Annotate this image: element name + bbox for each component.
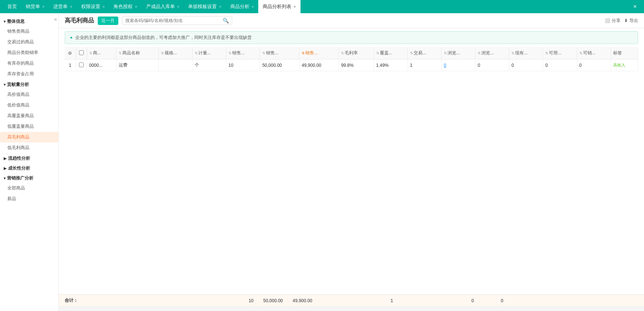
sidebar-item-category-sales-rate[interactable]: 商品分类助销率 xyxy=(0,47,58,58)
row-browse2: 0 xyxy=(475,59,509,71)
sidebar-item-sales-goods[interactable]: 销售类商品 xyxy=(0,26,58,37)
row-tag: 高收入 xyxy=(611,59,638,71)
horizontal-scrollbar[interactable] xyxy=(59,307,644,311)
sidebar-collapse-button[interactable]: « xyxy=(54,16,57,22)
col-unit: ⇅计量... xyxy=(192,47,226,59)
share-button[interactable]: ⬜ 分享 xyxy=(605,18,620,24)
row-checkbox[interactable] xyxy=(79,62,84,67)
col-gross-rate: ⇅毛利率 xyxy=(339,47,374,59)
col-coverage: ⇅覆盖... xyxy=(374,47,407,59)
sidebar-item-traded-goods[interactable]: 交易过的商品 xyxy=(0,37,58,47)
total-current-stock: 0 xyxy=(447,298,476,303)
col-code: ⇅商... xyxy=(87,47,116,59)
col-sales-qty: ⇅销售... xyxy=(226,47,260,59)
total-sales-amount: 50,000.00 xyxy=(256,298,285,303)
sort-icon: ⇅ xyxy=(302,51,305,55)
sort-icon: ⇅ xyxy=(195,51,198,55)
row-checkbox-cell xyxy=(76,59,87,71)
col-sellable-stock: ⇅可销... xyxy=(577,47,611,59)
sidebar-group-overall[interactable]: ▾ 整体信息 xyxy=(0,16,58,26)
sort-icon: ⇅ xyxy=(444,51,447,55)
sidebar-group-contribution[interactable]: ▾ 贡献量分析 xyxy=(0,79,58,89)
row-current-stock: 0 xyxy=(509,59,543,71)
row-gross-rate: 99.8% xyxy=(339,59,374,71)
close-icon[interactable]: × xyxy=(252,4,254,9)
sort-icon: ⇅ xyxy=(89,51,92,55)
col-name: ⇅商品名称 xyxy=(116,47,158,59)
export-button[interactable]: ⬇ 导出 xyxy=(624,18,638,24)
nav-role-auth[interactable]: 角色授权 × xyxy=(109,0,141,13)
row-code: 0000... xyxy=(87,59,116,71)
chevron-right-icon: ▶ xyxy=(4,166,7,170)
sidebar-item-in-stock-goods[interactable]: 有库存的商品 xyxy=(0,58,58,69)
row-sales-qty: 10 xyxy=(226,59,260,71)
chevron-down-icon: ▾ xyxy=(4,83,6,87)
total-label: 合计： xyxy=(65,297,109,304)
close-icon[interactable]: × xyxy=(294,4,296,9)
window-close-button[interactable]: × xyxy=(629,3,641,10)
col-tag: 标签 xyxy=(611,47,638,59)
data-table: ⚙ ⇅商... ⇅商品名称 ⇅规格... ⇅计量... ⇅销售... ⇅销售..… xyxy=(65,47,638,71)
col-browse1: ⇅浏览... xyxy=(442,47,475,59)
col-spec: ⇅规格... xyxy=(158,47,192,59)
table-container: ⚙ ⇅商... ⇅商品名称 ⇅规格... ⇅计量... ⇅销售... ⇅销售..… xyxy=(59,47,644,294)
sidebar-item-stock-capital[interactable]: 库存资金占用 xyxy=(0,69,58,79)
nav-sales-order[interactable]: 销货单 × xyxy=(21,0,49,13)
col-transactions: ⇅交易... xyxy=(407,47,441,59)
nav-home[interactable]: 首页 xyxy=(3,0,21,13)
sidebar-item-all-goods[interactable]: 全部商品 xyxy=(0,183,58,194)
sidebar-item-low-coverage[interactable]: 低覆盖量商品 xyxy=(0,121,58,132)
col-sales-amount: ⇅销售... xyxy=(260,47,299,59)
sidebar-item-low-value[interactable]: 低价值商品 xyxy=(0,100,58,111)
sidebar-item-new-goods[interactable]: 新品 xyxy=(0,194,58,204)
period-button[interactable]: 近一月 xyxy=(98,17,118,25)
close-icon[interactable]: × xyxy=(70,4,72,9)
col-settings[interactable]: ⚙ xyxy=(65,47,76,59)
nav-purchase-order[interactable]: 进货单 × xyxy=(49,0,76,13)
close-icon[interactable]: × xyxy=(219,4,221,9)
top-nav: 首页 销货单 × 进货单 × 权限设置 × 角色授权 × 产成品入库单 × 单据… xyxy=(0,0,644,13)
header-actions: ⬜ 分享 ⬇ 导出 xyxy=(605,18,638,24)
sort-icon: ⇅ xyxy=(229,51,231,55)
sidebar-item-high-coverage[interactable]: 高覆盖量商品 xyxy=(0,111,58,121)
sort-icon: ⇅ xyxy=(545,51,548,55)
table-row: 1 0000... 运费 个 10 50,000.00 49,900.00 99… xyxy=(65,59,638,71)
sort-icon: ⇅ xyxy=(579,51,582,55)
sort-icon: ⇅ xyxy=(511,51,514,55)
info-banner: ✦ 企业的主要的利润都是这部分商品创造的，可考虑加大推广，同时关注库存是不要出现… xyxy=(65,31,638,44)
sort-icon: ⇅ xyxy=(376,51,379,55)
row-sellable-stock: 0 xyxy=(577,59,611,71)
search-box: 🔍 xyxy=(122,16,232,25)
sidebar-group-growth[interactable]: ▶ 成长性分析 xyxy=(0,163,58,173)
close-icon[interactable]: × xyxy=(177,4,179,9)
chevron-right-icon: ▶ xyxy=(4,156,7,160)
nav-product-warehouse[interactable]: 产成品入库单 × xyxy=(142,0,184,13)
col-sales-cost: ⇅销售... xyxy=(299,47,339,59)
close-icon[interactable]: × xyxy=(102,4,105,9)
sidebar-item-high-value[interactable]: 高价值商品 xyxy=(0,89,58,100)
nav-permission-setting[interactable]: 权限设置 × xyxy=(77,0,109,13)
row-browse1: 0 xyxy=(442,59,475,71)
content-header: 高毛利商品 近一月 🔍 ⬜ 分享 ⬇ 导出 xyxy=(59,13,644,28)
page-title: 高毛利商品 xyxy=(65,17,94,25)
search-icon[interactable]: 🔍 xyxy=(223,18,229,23)
sidebar-item-low-gross[interactable]: 低毛利商品 xyxy=(0,142,58,153)
row-available-stock: 0 xyxy=(543,59,577,71)
nav-product-analysis-list[interactable]: 商品分析列表 × xyxy=(258,0,300,13)
total-available-stock: 0 xyxy=(476,298,506,303)
nav-product-analysis[interactable]: 商品分析 × xyxy=(226,0,258,13)
col-available-stock: ⇅可用... xyxy=(543,47,577,59)
chevron-down-icon: ▾ xyxy=(4,19,6,23)
sidebar-group-flow[interactable]: ▶ 流趋性分析 xyxy=(0,153,58,163)
sort-icon: ⇅ xyxy=(341,51,344,55)
select-all-checkbox[interactable] xyxy=(79,50,84,55)
share-icon: ⬜ xyxy=(605,18,610,23)
total-sales-cost: 49,900.00 xyxy=(285,298,314,303)
sort-icon: ⇅ xyxy=(119,51,122,55)
sidebar-group-marketing[interactable]: ▾ 营销推广分析 xyxy=(0,173,58,183)
close-icon[interactable]: × xyxy=(135,4,137,9)
search-input[interactable] xyxy=(125,18,223,23)
sidebar-item-high-gross[interactable]: 高毛利商品 xyxy=(0,132,58,142)
nav-doc-template[interactable]: 单据模板设置 × xyxy=(184,0,226,13)
close-icon[interactable]: × xyxy=(42,4,44,9)
